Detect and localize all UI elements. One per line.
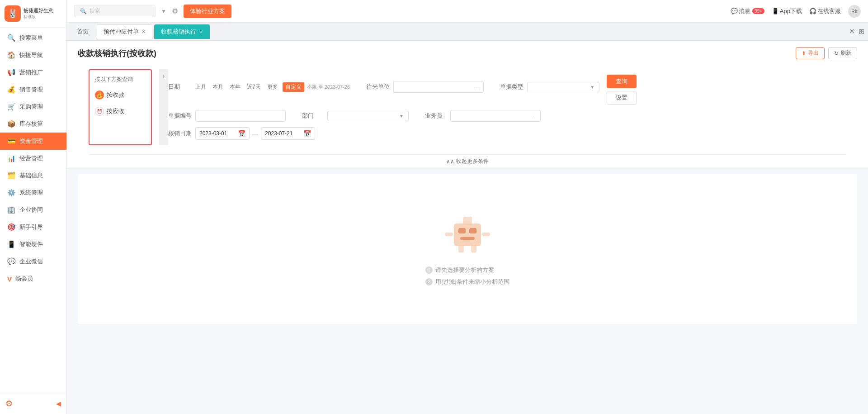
message-badge: 99+ <box>752 8 764 14</box>
sidebar-item-finance[interactable]: 💳 资金管理 <box>0 133 66 150</box>
sidebar-label-guide: 新手引导 <box>19 223 43 231</box>
main-area: 🔍 搜索 ▼ ⚙ 体验行业方案 💬 消息 99+ 📱 App下载 🎧 在线客服 <box>67 0 868 414</box>
tab-home[interactable]: 首页 <box>71 24 95 39</box>
tab-home-label: 首页 <box>77 28 89 36</box>
sidebar-label-inventory: 库存核算 <box>19 120 43 128</box>
sidebar-item-quick[interactable]: 🏠 快捷导航 <box>0 47 66 64</box>
user-profile[interactable]: Rit <box>848 5 861 18</box>
verify-date-start-input[interactable]: 2023-03-01 📅 <box>195 127 250 140</box>
sidebar-label-basic: 基础信息 <box>19 171 43 180</box>
date-shortcut-more[interactable]: 更多 <box>265 82 280 92</box>
query-by-receivable[interactable]: ⏰ 按应收 <box>90 103 151 119</box>
verify-date-end-input[interactable]: 2023-07-21 📅 <box>261 127 315 140</box>
refresh-label: 刷新 <box>840 49 851 57</box>
svg-rect-5 <box>445 233 453 236</box>
industry-solution-button[interactable]: 体验行业方案 <box>184 5 231 18</box>
page-header: 收款核销执行(按收款) ⬆ 导出 ↻ 刷新 按以下方案查询 <box>67 41 868 168</box>
message-entry[interactable]: 💬 消息 99+ <box>731 7 764 15</box>
tab-prepay-close[interactable]: ✕ <box>142 29 146 35</box>
tabbar-actions: ✕ ⊞ <box>849 27 864 36</box>
sidebar-label-wechat: 企业微信 <box>19 257 43 266</box>
filter-panel: 按以下方案查询 💰 按收款 ⏰ 按应收 › <box>78 64 857 152</box>
tab-prepay-label: 预付冲应付单 <box>104 28 139 36</box>
date-shortcuts: 上月 本月 本年 近7天 更多 自定义 不限 至 2023-07-26 <box>193 82 350 92</box>
doc-type-select[interactable]: ▼ <box>527 82 599 92</box>
collection-type-icon: 💰 <box>95 90 104 100</box>
svg-rect-3 <box>460 237 475 240</box>
sidebar-item-sales[interactable]: 💰 销售管理 <box>0 81 66 98</box>
tab-prepay[interactable]: 预付冲应付单 ✕ <box>97 24 152 39</box>
customer-service-label: 在线客服 <box>817 7 841 15</box>
sidebar-item-wechat[interactable]: 💬 企业微信 <box>0 253 66 270</box>
verify-date-range: 2023-03-01 📅 — 2023-07-21 📅 <box>195 127 315 140</box>
settings-icon[interactable]: ⚙ <box>5 399 13 409</box>
export-button[interactable]: ⬆ 导出 <box>796 47 825 59</box>
sidebar-item-hardware[interactable]: 📱 智能硬件 <box>0 236 66 253</box>
empty-tip-1: 1 请先选择要分析的方案 <box>425 264 509 276</box>
dept-label: 部门 <box>302 112 324 120</box>
svg-rect-1 <box>458 228 466 233</box>
dept-select[interactable]: ▼ <box>327 111 409 121</box>
sidebar-item-basic[interactable]: 🗂️ 基础信息 <box>0 167 66 184</box>
date-shortcut-7days[interactable]: 近7天 <box>245 82 263 92</box>
filter-actions: 查询 设置 <box>607 69 637 105</box>
settings-button[interactable]: 设置 <box>607 91 637 105</box>
sidebar-label-purchase: 采购管理 <box>19 103 43 111</box>
calendar-start-icon: 📅 <box>238 130 245 137</box>
app-download-label: App下载 <box>780 7 802 15</box>
sidebar-item-purchase[interactable]: 🛒 采购管理 <box>0 98 66 115</box>
topbar-gear-icon[interactable]: ⚙ <box>172 7 178 15</box>
sidebar-label-system: 系统管理 <box>19 189 43 197</box>
panel-collapse-button[interactable]: › <box>159 69 168 145</box>
date-sub-text: 不限 至 2023-07-26 <box>307 84 350 90</box>
sidebar-label-quick: 快捷导航 <box>19 51 43 59</box>
svg-rect-7 <box>458 245 464 252</box>
tab-collection-label: 收款核销执行 <box>161 28 196 36</box>
date-range-separator: — <box>252 130 258 137</box>
sidebar-item-guide[interactable]: 🎯 新手引导 <box>0 219 66 236</box>
verify-date-start-value: 2023-03-01 <box>199 130 227 137</box>
svg-rect-6 <box>482 233 490 236</box>
query-by-collection[interactable]: 💰 按收款 <box>90 87 151 103</box>
app-name: 畅捷通好生意 <box>24 7 53 14</box>
sidebar-item-inventory[interactable]: 📦 库存核算 <box>0 115 66 133</box>
empty-tips: 1 请先选择要分析的方案 2 用[过滤]条件来缩小分析范围 <box>425 264 509 288</box>
inventory-icon: 📦 <box>7 120 16 128</box>
dept-arrow: ▼ <box>399 114 404 119</box>
maximize-button[interactable]: ⊞ <box>859 27 864 36</box>
sidebar-item-search[interactable]: 🔍 搜索菜单 <box>0 29 66 47</box>
tab-collection[interactable]: 收款核销执行 ✕ <box>154 24 210 39</box>
customer-service-entry[interactable]: 🎧 在线客服 <box>809 7 841 15</box>
date-shortcut-last-month[interactable]: 上月 <box>193 82 208 92</box>
empty-illustration <box>440 210 495 255</box>
sidebar-label-member: 畅会员 <box>15 275 33 283</box>
doc-type-field: 单据类型 ▼ <box>500 82 599 92</box>
tab-collection-close[interactable]: ✕ <box>199 29 203 35</box>
topbar-search-display: 🔍 搜索 <box>74 5 156 17</box>
search-icon-topbar: 🔍 <box>80 8 87 14</box>
counterparty-input[interactable]: ··· <box>393 81 484 93</box>
date-shortcut-this-month[interactable]: 本月 <box>211 82 225 92</box>
topbar-dropdown-arrow[interactable]: ▼ <box>161 8 166 14</box>
svg-rect-2 <box>469 228 476 233</box>
sidebar-item-member[interactable]: V 畅会员 <box>0 270 66 287</box>
verify-date-end-value: 2023-07-21 <box>265 130 292 137</box>
doc-no-input[interactable] <box>195 110 286 122</box>
app-edition: 标准版 <box>24 14 53 20</box>
empty-state: 1 请先选择要分析的方案 2 用[过滤]条件来缩小分析范围 <box>78 174 857 324</box>
refresh-button[interactable]: ↻ 刷新 <box>828 47 857 59</box>
date-shortcut-this-year[interactable]: 本年 <box>228 82 242 92</box>
sidebar-item-marketing[interactable]: 📢 营销推广 <box>0 64 66 81</box>
sidebar-item-enterprise[interactable]: 🏢 企业协同 <box>0 201 66 219</box>
collapse-sidebar-button[interactable]: ◀ <box>56 400 61 407</box>
staff-input[interactable]: ··· <box>450 110 541 122</box>
sidebar-item-operation[interactable]: 📊 经营管理 <box>0 150 66 167</box>
close-all-tabs-button[interactable]: ✕ <box>849 27 855 36</box>
collapse-more-label: 收起更多条件 <box>456 157 489 165</box>
query-button[interactable]: 查询 <box>607 75 637 88</box>
collapse-more-button[interactable]: ∧∧ 收起更多条件 <box>89 154 846 168</box>
date-shortcut-custom[interactable]: 自定义 <box>283 82 304 92</box>
app-download-entry[interactable]: 📱 App下载 <box>772 7 802 15</box>
sidebar-item-system[interactable]: ⚙️ 系统管理 <box>0 184 66 201</box>
tip-num-2: 2 <box>425 278 433 286</box>
